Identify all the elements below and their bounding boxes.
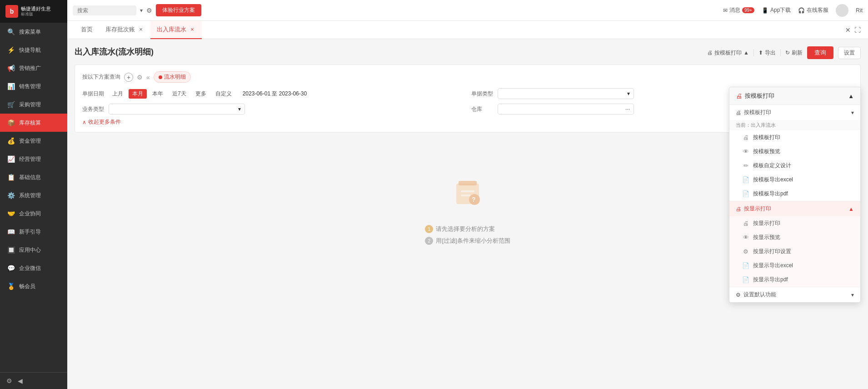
toolbar: 🖨 按模板打印 ▲ ⬆ 导出 ↻ 刷新 查询 设置 [707, 46, 861, 59]
warehouse-more-icon: ··· [625, 106, 630, 112]
export-pdf-display-item[interactable]: 📄 按显示导出pdf [729, 273, 860, 287]
filter-tag-dot [159, 75, 162, 79]
sidebar-item-inventory[interactable]: 📦 库存核算 [0, 114, 67, 132]
nav-icon-purchase: 🛒 [6, 100, 15, 109]
nav-icon-collab: 🤝 [6, 209, 15, 218]
empty-icon: ? [449, 175, 486, 218]
tab-batchbook[interactable]: 库存批次账 × [99, 21, 150, 39]
filter-biztype-label: 业务类型 [82, 105, 105, 113]
nav-label-purchase: 采购管理 [19, 101, 41, 109]
nav-icon-marketing: 📢 [6, 64, 15, 73]
nav-label-wechat: 企业微信 [19, 264, 41, 272]
date-option-3[interactable]: 近7天 [169, 89, 190, 99]
sidebar-item-search[interactable]: 🔍 搜索菜单 [0, 23, 67, 41]
sidebar-item-sales[interactable]: 📊 销售管理 [0, 77, 67, 95]
dropdown-display-header[interactable]: 🖨 按显示打印 ▲ [729, 201, 860, 216]
nav-label-appcenter: 应用中心 [19, 246, 41, 254]
display-print-icon: 🖨 [742, 220, 749, 227]
sidebar-item-marketing[interactable]: 📢 营销推广 [0, 59, 67, 77]
filter-add-button[interactable]: + [124, 73, 133, 82]
sidebar-bottom: ⚙ ◀ [0, 372, 67, 389]
sidebar-item-wechat[interactable]: 💬 企业微信 [0, 259, 67, 277]
export-excel-display-item[interactable]: 📄 按显示导出excel [729, 259, 860, 273]
sidebar-item-member[interactable]: 🏅 畅会员 [0, 277, 67, 295]
print-icon: 🖨 [742, 134, 749, 141]
refresh-button[interactable]: ↻ 刷新 [785, 49, 803, 57]
collapse-icon[interactable]: ◀ [18, 377, 23, 384]
display-pdf-icon: 📄 [742, 276, 749, 283]
preview-by-display-item[interactable]: 👁 按显示预览 [729, 230, 860, 244]
tab-batchbook-close[interactable]: × [138, 26, 144, 33]
industry-solution-button[interactable]: 体验行业方案 [156, 4, 201, 16]
dropdown-template-header[interactable]: 🖨 按模板打印 ▾ [729, 105, 860, 120]
design-template-item[interactable]: ✏ 模板自定义设计 [729, 159, 860, 173]
sidebar-item-appcenter[interactable]: 🔲 应用中心 [0, 241, 67, 259]
settings-default-icon: ⚙ [736, 292, 741, 298]
sidebar-item-operation[interactable]: 📈 经营管理 [0, 150, 67, 168]
export-pdf-template-item[interactable]: 📄 按模板导出pdf [729, 187, 860, 201]
date-option-0[interactable]: 上月 [109, 89, 127, 99]
dropdown-header: 🖨 按模板打印 ▲ [729, 87, 860, 105]
query-button[interactable]: 查询 [807, 46, 833, 59]
sidebar-item-finance[interactable]: 💰 资金管理 [0, 132, 67, 150]
settings-button[interactable]: 设置 [838, 47, 861, 59]
nav-label-basic: 基础信息 [19, 174, 41, 181]
date-option-1[interactable]: 本月 [129, 89, 147, 99]
export-button[interactable]: ⬆ 导出 [758, 49, 776, 57]
dropdown-scroll-up[interactable]: ▲ [848, 93, 854, 100]
doctype-select[interactable]: ▾ [498, 88, 634, 99]
date-option-5[interactable]: 自定义 [212, 89, 235, 99]
nav-label-collab: 企业协同 [19, 210, 41, 218]
topbar-dropdown-arrow[interactable]: ▾ [140, 7, 143, 14]
print-template-button[interactable]: 🖨 按模板打印 ▲ [707, 49, 749, 57]
warehouse-select[interactable]: ··· [498, 104, 634, 115]
display-section-arrow: ▲ [848, 206, 854, 212]
filter-tag[interactable]: 流水明细 [154, 71, 191, 83]
sidebar-item-collab[interactable]: 🤝 企业协同 [0, 204, 67, 223]
sidebar-item-quicknav[interactable]: ⚡ 快捷导航 [0, 41, 67, 59]
filter-collapse-icon[interactable]: « [146, 74, 150, 81]
sidebar-item-purchase[interactable]: 🛒 采购管理 [0, 95, 67, 114]
sidebar-item-system[interactable]: ⚙️ 系统管理 [0, 186, 67, 204]
online-service-button[interactable]: 🎧 在线客服 [798, 6, 828, 14]
export-icon: ⬆ [758, 50, 763, 56]
tab-flowdetail-close[interactable]: × [189, 26, 195, 33]
filter-doctype-label: 单据类型 [471, 90, 494, 98]
print-by-template-item[interactable]: 🖨 按模板打印 [729, 130, 860, 145]
user-avatar[interactable] [836, 4, 848, 17]
preview-by-template-item[interactable]: 👁 按模板预览 [729, 145, 860, 159]
user-name: Rit [856, 7, 863, 14]
sidebar-item-basic[interactable]: 📋 基础信息 [0, 168, 67, 186]
print-by-display-item[interactable]: 🖨 按显示打印 [729, 216, 860, 230]
nav-icon-inventory: 📦 [6, 118, 15, 127]
tab-flowdetail-label: 出入库流水 [157, 25, 186, 34]
app-download-button[interactable]: 📱 App下载 [762, 6, 791, 14]
nav-icon-operation: 📈 [6, 155, 15, 164]
topbar-gear-icon[interactable]: ⚙ [146, 7, 152, 14]
preview-icon: 👁 [742, 148, 749, 155]
main-area: ▾ ⚙ 体验行业方案 ✉ 消息 99+ 📱 App下载 🎧 在线客服 Rit 首… [67, 0, 868, 389]
settings-icon[interactable]: ⚙ [6, 377, 12, 384]
tab-flowdetail[interactable]: 出入库流水 × [150, 21, 202, 39]
search-input[interactable] [73, 5, 136, 15]
date-option-4[interactable]: 更多 [192, 89, 210, 99]
dropdown-footer[interactable]: ⚙ 设置默认功能 ▾ [729, 287, 860, 302]
display-section-icon: 🖨 [736, 206, 741, 212]
biztype-select[interactable]: ▾ [109, 104, 245, 115]
filter-date-label: 单据日期 [82, 90, 105, 98]
sidebar-item-guide[interactable]: 📖 新手引导 [0, 223, 67, 241]
filter-gear-icon[interactable]: ⚙ [137, 74, 143, 81]
tab-batchbook-label: 库存批次账 [105, 25, 135, 34]
tab-home[interactable]: 首页 [75, 21, 99, 39]
nav-label-marketing: 营销推广 [19, 65, 41, 72]
message-button[interactable]: ✉ 消息 99+ [723, 6, 754, 14]
export-excel-template-item[interactable]: 📄 按模板导出excel [729, 173, 860, 187]
print-header-icon: 🖨 [736, 92, 742, 100]
refresh-icon: ↻ [785, 50, 790, 56]
maximize-window-icon[interactable]: ⛶ [854, 26, 861, 34]
nav-label-sales: 销售管理 [19, 83, 41, 90]
phone-icon: 📱 [762, 7, 768, 14]
display-print-settings-item[interactable]: ⚙ 按显示打印设置 [729, 244, 860, 259]
close-window-icon[interactable]: ✕ [845, 26, 851, 34]
date-option-2[interactable]: 本年 [149, 89, 167, 99]
